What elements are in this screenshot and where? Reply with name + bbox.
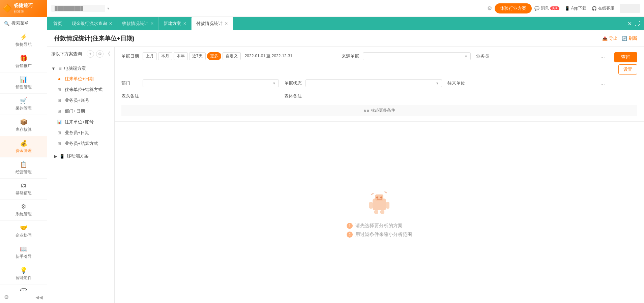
- export-button[interactable]: 📤 导出: [602, 35, 618, 41]
- topbar-dropdown-icon[interactable]: ▾: [107, 6, 109, 11]
- sidebar-item-inventory[interactable]: 📦 库存核算: [0, 115, 47, 136]
- scheme-item-label: 业务员+结算方式: [65, 141, 98, 147]
- scheme-item-label: 往来单位+结算方式: [65, 87, 103, 93]
- filter-status-select[interactable]: ▾: [305, 79, 442, 87]
- sidebar-search[interactable]: 🔍 搜索菜单: [0, 17, 47, 30]
- scheme-item-dept-date[interactable]: ⊞ 部门+日期: [47, 106, 114, 117]
- tab-new-scheme[interactable]: 新建方案 ✕: [159, 17, 192, 30]
- basic-icon: 🗂: [21, 182, 27, 189]
- topbar-address: ██████████ ▾: [51, 5, 482, 12]
- tab-receipt-stats[interactable]: 收款情况统计 ✕: [117, 17, 159, 30]
- user-avatar[interactable]: [620, 4, 640, 13]
- filter-dept-select[interactable]: ▾: [143, 79, 279, 87]
- sidebar-item-guide[interactable]: 📖 新手引导: [0, 242, 47, 263]
- hardware-icon: 💡: [20, 267, 27, 274]
- filter-partner-input[interactable]: [469, 79, 598, 87]
- mobile-group-icon: 📱: [59, 154, 65, 159]
- scheme-item-staff-settle[interactable]: ⊞ 业务员+结算方式: [47, 138, 114, 149]
- sidebar-item-sales[interactable]: 📊 销售管理: [0, 72, 47, 94]
- sidebar-search-label: 搜索菜单: [11, 20, 29, 26]
- desktop-group-header[interactable]: ▼ 🖥 电脑端方案: [47, 63, 114, 73]
- refresh-button[interactable]: 🔄 刷新: [622, 35, 637, 41]
- sidebar-settings-icon[interactable]: ⚙: [4, 294, 9, 300]
- date-btn-this-month[interactable]: 本月: [158, 52, 172, 60]
- filter-row-1: 单据日期 上月 本月 本年 近7天 更多 自定义 2022-01-01 至 20…: [121, 52, 637, 74]
- sidebar: 🔶 畅捷通巧 标准版 🔍 搜索菜单 ⚡ 快捷导航 🎁 营销推广 📊 销售管理 🛒…: [0, 0, 47, 303]
- left-panel-collapse-button[interactable]: 《: [106, 51, 110, 57]
- tab-receipt-close[interactable]: ✕: [150, 21, 154, 26]
- filter-note-body-item: 表体备注: [284, 92, 442, 100]
- scheme-item-staff-date[interactable]: ⊞ 业务员+日期: [47, 127, 114, 138]
- filter-staff-input[interactable]: [497, 52, 598, 60]
- sidebar-item-label: 经营管理: [16, 169, 32, 175]
- sidebar-item-label: 采购管理: [16, 105, 32, 111]
- filter-dept-item: 部门 ▾: [121, 79, 279, 87]
- tab-home[interactable]: 首页: [49, 17, 67, 30]
- sidebar-nav: ⚡ 快捷导航 🎁 营销推广 📊 销售管理 🛒 采购管理 📦 库存核算 💰 资金管…: [0, 30, 47, 291]
- scheme-item-partner-account[interactable]: 📊 往来单位+账号: [47, 117, 114, 127]
- service-label: 在线客服: [598, 5, 614, 11]
- svg-point-3: [380, 196, 382, 199]
- collapse-more-button[interactable]: ∧∧ 收起更多条件: [121, 105, 637, 116]
- operation-icon: 📋: [20, 161, 27, 168]
- collapse-more-label: 收起更多条件: [371, 108, 395, 113]
- refresh-label: 刷新: [628, 35, 637, 41]
- app-download-action[interactable]: 📱 App下载: [565, 5, 586, 11]
- refresh-icon: 🔄: [622, 36, 627, 41]
- marketing-icon: 🎁: [20, 55, 27, 62]
- tab-close-all-icon[interactable]: ✕: [627, 21, 632, 27]
- filter-staff-more[interactable]: ...: [601, 53, 605, 59]
- filter-note-body-input[interactable]: [305, 92, 442, 100]
- address-text: ██████████: [51, 5, 105, 12]
- svg-rect-10: [384, 191, 387, 193]
- service-icon: 🎧: [592, 6, 597, 11]
- sidebar-item-system[interactable]: ⚙ 系统管理: [0, 200, 47, 221]
- sidebar-item-quick-nav[interactable]: ⚡ 快捷导航: [0, 30, 47, 51]
- scheme-item-partner-settle[interactable]: ⊞ 往来单位+结算方式: [47, 84, 114, 95]
- quick-nav-icon: ⚡: [20, 33, 27, 41]
- svg-rect-6: [386, 202, 389, 209]
- sidebar-item-marketing[interactable]: 🎁 营销推广: [0, 51, 47, 72]
- sidebar-item-operation[interactable]: 📋 经营管理: [0, 157, 47, 179]
- date-btn-more[interactable]: 更多: [207, 52, 221, 60]
- guide-icon: 📖: [20, 245, 27, 253]
- query-button[interactable]: 查询: [614, 52, 637, 62]
- filter-source-select[interactable]: ▾: [363, 52, 470, 60]
- app-icon: 📱: [565, 6, 570, 11]
- mobile-group-header[interactable]: ▶ 📱 移动端方案: [47, 151, 114, 161]
- tab-payment-stats[interactable]: 付款情况统计 ✕: [192, 17, 233, 30]
- filter-partner-more[interactable]: ...: [601, 80, 605, 86]
- trial-button[interactable]: 体验行业方案: [495, 3, 532, 13]
- sidebar-item-enterprise[interactable]: 🤝 企业协同: [0, 221, 47, 242]
- tabbar-end: ✕ ⛶: [627, 21, 643, 27]
- tab-new-close[interactable]: ✕: [183, 21, 186, 26]
- service-action[interactable]: 🎧 在线客服: [592, 5, 614, 11]
- topbar-settings-icon[interactable]: ⚙: [487, 5, 492, 11]
- sidebar-item-purchase[interactable]: 🛒 采购管理: [0, 94, 47, 115]
- setting-button[interactable]: 设置: [618, 64, 637, 74]
- filter-date-label: 单据日期: [121, 53, 140, 59]
- filter-note-head-input[interactable]: [143, 92, 279, 100]
- tab-payment-close[interactable]: ✕: [225, 21, 228, 26]
- system-icon: ⚙: [21, 203, 26, 210]
- scheme-item-partner-date[interactable]: ● 往来单位+日期: [47, 73, 114, 84]
- scheme-item-staff-account[interactable]: ⊞ 业务员+账号: [47, 95, 114, 106]
- add-scheme-button[interactable]: +: [87, 50, 94, 58]
- left-panel-actions: + ⚙ 《: [87, 50, 110, 58]
- date-btn-7days[interactable]: 近7天: [189, 52, 206, 60]
- sidebar-item-basic[interactable]: 🗂 基础信息: [0, 179, 47, 200]
- date-btn-last-month[interactable]: 上月: [143, 52, 157, 60]
- scheme-settings-button[interactable]: ⚙: [96, 50, 104, 58]
- collapse-more-icon: ∧∧: [363, 108, 370, 113]
- tab-fullscreen-icon[interactable]: ⛶: [635, 21, 640, 27]
- svg-rect-4: [377, 199, 382, 200]
- date-btn-this-year[interactable]: 本年: [174, 52, 188, 60]
- sidebar-item-hardware[interactable]: 💡 智能硬件: [0, 263, 47, 284]
- message-action[interactable]: 💬 消息 99+: [534, 5, 559, 11]
- tab-bank-close[interactable]: ✕: [109, 21, 112, 26]
- tab-bank[interactable]: 现金银行流水查询 ✕: [67, 17, 117, 30]
- sidebar-collapse-icon[interactable]: ◀◀: [35, 295, 43, 300]
- date-btn-custom[interactable]: 自定义: [223, 52, 241, 60]
- sidebar-item-wechat[interactable]: 💬 企业微信: [0, 284, 47, 291]
- sidebar-item-finance[interactable]: 💰 资金管理: [0, 136, 47, 157]
